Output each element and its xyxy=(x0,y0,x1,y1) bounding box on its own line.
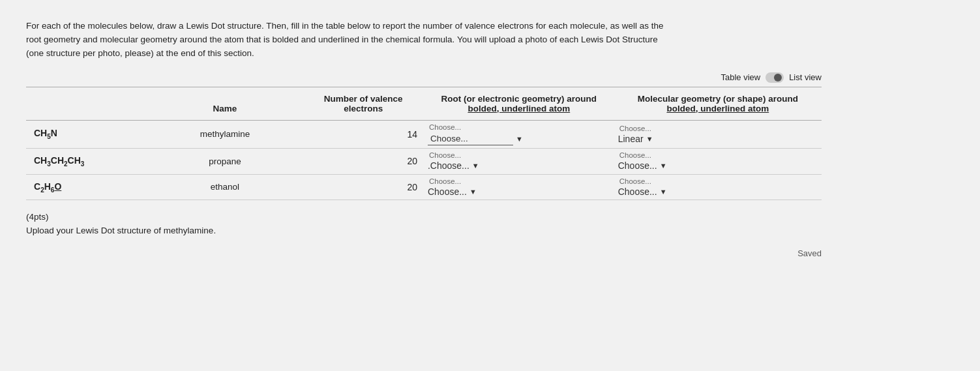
molecular-arrow-1[interactable]: ▼ xyxy=(646,135,653,143)
table-view-label[interactable]: Table view xyxy=(720,72,760,82)
name-cell-methylamine: methylamine xyxy=(147,120,303,148)
molecular-dropdown-cell-1: Choose... Linear ▼ xyxy=(614,120,822,148)
bottom-section: (4pts) Upload your Lewis Dot structure o… xyxy=(26,212,613,235)
molecular-dropdown-cell-2: Choose... Choose... ▼ xyxy=(614,148,822,174)
root-arrow-3[interactable]: ▼ xyxy=(469,188,477,196)
table-row: C2H6O ethanol 20 Choose... Choose... ▼ xyxy=(26,174,822,200)
valence-cell-14: 14 xyxy=(303,120,424,148)
data-table: Name Number of valence electrons Root (o… xyxy=(26,87,822,201)
molecular-header: Molecular geometry (or shape) around bol… xyxy=(614,87,822,121)
molecular-hint-1: Choose... xyxy=(618,125,818,132)
name-header: Name xyxy=(147,87,303,121)
formula-cell-ch5n: CH5N xyxy=(26,120,147,148)
name-cell-ethanol: ethanol xyxy=(147,174,303,200)
table-row: CH5N methylamine 14 Choose... Choose... … xyxy=(26,120,822,148)
root-hint-1: Choose... xyxy=(428,123,610,131)
valence-cell-20a: 20 xyxy=(303,148,424,174)
root-dropdown-cell-3: Choose... Choose... ▼ xyxy=(424,174,614,200)
valence-header: Number of valence electrons xyxy=(303,87,424,121)
formula-header xyxy=(26,87,147,121)
saved-status: Saved xyxy=(26,248,822,258)
formula-cell-ethanol: C2H6O xyxy=(26,174,147,200)
molecular-value-2: Choose... xyxy=(618,160,657,171)
formula-cell-propane: CH3CH2CH3 xyxy=(26,148,147,174)
root-hint-2: Choose... xyxy=(428,151,610,159)
molecular-dropdown-cell-3: Choose... Choose... ▼ xyxy=(614,174,822,200)
valence-cell-20b: 20 xyxy=(303,174,424,200)
main-table-wrapper: Name Number of valence electrons Root (o… xyxy=(26,87,822,201)
view-toggle-switch[interactable] xyxy=(765,72,784,83)
molecular-value-3: Choose... xyxy=(618,186,657,197)
molecular-hint-3: Choose... xyxy=(618,177,818,185)
instructions-text: For each of the molecules below, draw a … xyxy=(26,20,665,61)
root-arrow-1: ▼ xyxy=(516,135,523,143)
root-header-underline: bolded, underlined atom xyxy=(468,104,570,113)
molecular-arrow-2[interactable]: ▼ xyxy=(660,162,667,170)
upload-label[interactable]: Upload your Lewis Dot structure of methy… xyxy=(26,226,613,235)
molecular-value-1: Linear xyxy=(618,134,644,144)
root-header: Root (or electronic geometry) around bol… xyxy=(424,87,614,121)
root-dropdown-cell-2: Choose... .Choose... ▼ xyxy=(424,148,614,174)
points-label: (4pts) xyxy=(26,212,613,222)
root-dropdown-cell-1: Choose... Choose... Linear Trigonal Plan… xyxy=(424,120,614,148)
root-select-1[interactable]: Choose... Linear Trigonal Planar Tetrahe… xyxy=(428,132,513,145)
table-header-row: Name Number of valence electrons Root (o… xyxy=(26,87,822,121)
molecular-header-underline: bolded, underlined atom xyxy=(666,104,769,113)
root-arrow-2[interactable]: ▼ xyxy=(472,162,479,170)
molecular-arrow-3[interactable]: ▼ xyxy=(660,188,667,196)
name-cell-propane: propane xyxy=(147,148,303,174)
molecular-hint-2: Choose... xyxy=(618,151,818,159)
list-view-label[interactable]: List view xyxy=(789,72,822,82)
root-value-3: Choose... xyxy=(428,186,467,197)
table-row: CH3CH2CH3 propane 20 Choose... .Choose..… xyxy=(26,148,822,174)
root-value-2: .Choose... xyxy=(428,160,469,171)
root-hint-3: Choose... xyxy=(428,177,610,185)
view-toggle-bar: Table view List view xyxy=(26,72,822,83)
